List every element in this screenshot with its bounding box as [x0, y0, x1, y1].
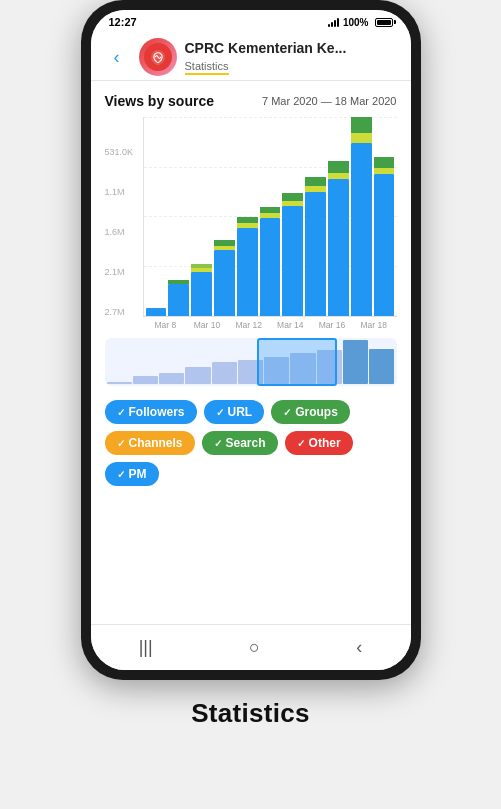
mini-bars	[105, 338, 397, 386]
bar-group	[237, 117, 258, 316]
x-label-mar10: Mar 10	[186, 320, 228, 330]
chip-pm-label: PM	[129, 467, 147, 481]
status-time: 12:27	[109, 16, 137, 28]
check-icon: ✓	[216, 407, 224, 418]
x-label-mar16: Mar 16	[311, 320, 353, 330]
battery-label: 100%	[343, 17, 369, 28]
page-title: Statistics	[191, 698, 310, 729]
chart-area	[143, 117, 397, 317]
chip-other[interactable]: ✓ Other	[285, 431, 353, 455]
x-label-mar14: Mar 14	[270, 320, 312, 330]
status-right: 100%	[328, 17, 393, 28]
bottom-nav: ||| ○ ‹	[91, 624, 411, 670]
chip-other-label: Other	[309, 436, 341, 450]
x-axis: Mar 8 Mar 10 Mar 12 Mar 14 Mar 16 Mar 18	[143, 317, 397, 330]
chips-section: ✓ Followers ✓ URL ✓ Groups ✓ Channels	[91, 394, 411, 494]
y-label-2: 1.6M	[105, 227, 134, 237]
y-label-3: 1.1M	[105, 187, 134, 197]
nav-home-button[interactable]: ○	[233, 633, 276, 662]
bar-group	[214, 117, 235, 316]
bar-chart: 2.7M 2.1M 1.6M 1.1M 531.0K	[105, 117, 397, 330]
chart-header: Views by source 7 Mar 2020 — 18 Mar 2020	[105, 93, 397, 109]
chip-followers-label: Followers	[129, 405, 185, 419]
mini-chart[interactable]	[105, 338, 397, 386]
signal-bars-icon	[328, 17, 339, 27]
app-info: CPRC Kementerian Ke... Statistics	[185, 40, 399, 75]
nav-recents-button[interactable]: ‹	[340, 633, 378, 662]
chip-groups-label: Groups	[295, 405, 338, 419]
x-label-mar12: Mar 12	[228, 320, 270, 330]
check-icon: ✓	[117, 407, 125, 418]
chip-pm[interactable]: ✓ PM	[105, 462, 159, 486]
nav-back-button[interactable]: |||	[123, 633, 169, 662]
mini-chart-highlight	[257, 338, 337, 386]
check-icon: ✓	[297, 438, 305, 449]
bar-group	[146, 117, 167, 316]
y-label-1: 2.1M	[105, 267, 134, 277]
check-icon: ✓	[283, 407, 291, 418]
bar-group	[282, 117, 303, 316]
check-icon: ✓	[214, 438, 222, 449]
chip-channels-label: Channels	[129, 436, 183, 450]
back-button[interactable]: ‹	[103, 43, 131, 71]
x-label-mar8: Mar 8	[145, 320, 187, 330]
chart-date-range: 7 Mar 2020 — 18 Mar 2020	[262, 95, 397, 107]
bars-row	[144, 117, 397, 316]
app-logo	[139, 38, 177, 76]
chip-url[interactable]: ✓ URL	[204, 400, 265, 424]
chip-channels[interactable]: ✓ Channels	[105, 431, 195, 455]
phone-frame: 12:27 100% ‹	[81, 0, 421, 680]
chip-followers[interactable]: ✓ Followers	[105, 400, 197, 424]
app-name: CPRC Kementerian Ke...	[185, 40, 399, 56]
chip-search-label: Search	[226, 436, 266, 450]
y-axis: 2.7M 2.1M 1.6M 1.1M 531.0K	[105, 117, 134, 317]
bar-group	[328, 117, 349, 316]
content-area: Views by source 7 Mar 2020 — 18 Mar 2020…	[91, 81, 411, 624]
chip-search[interactable]: ✓ Search	[202, 431, 278, 455]
bar-group	[351, 117, 372, 316]
bar-group	[168, 117, 189, 316]
bar-group	[305, 117, 326, 316]
phone-wrapper: 12:27 100% ‹	[0, 0, 501, 809]
x-label-mar18: Mar 18	[353, 320, 395, 330]
status-bar: 12:27 100%	[91, 10, 411, 32]
bar-group	[191, 117, 212, 316]
chip-groups[interactable]: ✓ Groups	[271, 400, 350, 424]
y-label-0: 2.7M	[105, 307, 134, 317]
check-icon: ✓	[117, 469, 125, 480]
battery-icon	[375, 18, 393, 27]
app-header: ‹ CPRC Kementerian Ke... Statistics	[91, 32, 411, 81]
phone-screen: 12:27 100% ‹	[91, 10, 411, 670]
app-subtitle: Statistics	[185, 60, 229, 75]
chart-title: Views by source	[105, 93, 214, 109]
bar-group	[374, 117, 395, 316]
chart-section: Views by source 7 Mar 2020 — 18 Mar 2020…	[91, 81, 411, 330]
bar-group	[260, 117, 281, 316]
check-icon: ✓	[117, 438, 125, 449]
chip-url-label: URL	[228, 405, 253, 419]
y-label-4: 531.0K	[105, 147, 134, 157]
